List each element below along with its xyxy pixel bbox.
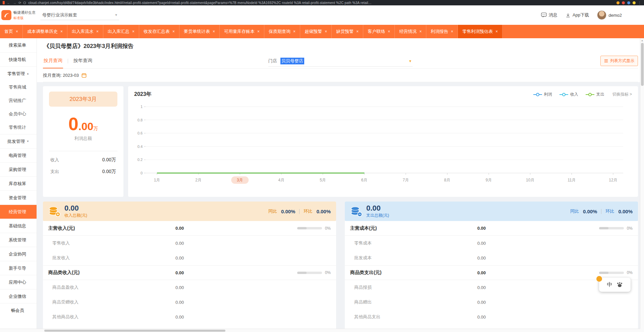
period-badge: 2023年3月: [49, 92, 117, 107]
progress-bar: [599, 272, 624, 274]
tab-close-icon[interactable]: ×: [213, 29, 215, 34]
income-total-text: 0.00 收入总额(元): [64, 204, 87, 218]
tab-close-icon[interactable]: ×: [495, 29, 498, 34]
sidebar-item[interactable]: 基础信息: [0, 219, 37, 233]
sidebar-item-label: 畅会员: [11, 308, 24, 314]
sidebar-item[interactable]: 营销推广: [0, 94, 37, 107]
sidebar-item[interactable]: 库存核算: [0, 176, 37, 190]
profit-summary-card: 2023年3月 0.00万 利润总额 收入 0.00万: [43, 86, 123, 197]
vertical-scrollbar-thumb[interactable]: [641, 43, 644, 86]
forward-icon[interactable]: →: [13, 1, 16, 5]
tab[interactable]: 缺货预警 ×: [332, 25, 363, 38]
tab-close-icon[interactable]: ×: [257, 29, 260, 34]
tab-close-icon[interactable]: ×: [419, 29, 422, 34]
sidebar-item[interactable]: 电商管理: [0, 148, 37, 162]
sidebar-item[interactable]: 快捷导航: [0, 52, 37, 66]
calendar-icon[interactable]: [82, 73, 87, 78]
tab-close-icon[interactable]: ×: [293, 29, 296, 34]
back-icon[interactable]: ←: [7, 1, 10, 5]
tab-close-icon[interactable]: ×: [325, 29, 327, 34]
sidebar-item[interactable]: 零售管理 ▲: [0, 66, 37, 80]
extension-icon[interactable]: [616, 1, 620, 4]
sidebar-item[interactable]: 企业微信: [0, 289, 37, 303]
tab-query-by-month[interactable]: 按月查询: [43, 53, 63, 68]
tab-query-by-year[interactable]: 按年查询: [73, 53, 93, 68]
user-menu[interactable]: demo2: [597, 10, 622, 20]
tab[interactable]: 保质期查询 ×: [264, 25, 300, 38]
tab-close-icon[interactable]: ×: [132, 29, 135, 34]
page-title: 《贝贝母婴店》2023年3月利润报告: [43, 38, 638, 53]
profile-icon[interactable]: [633, 1, 636, 4]
tab[interactable]: 经营情况 ×: [395, 25, 426, 38]
svg-text:9月: 9月: [486, 178, 492, 182]
tab[interactable]: 首页 ×: [0, 25, 23, 38]
tab[interactable]: 零售利润预估表 ×: [458, 25, 502, 38]
address-bar[interactable]: cloud.chanjet.com/hsy/d48d/74daqxh/IdIe3…: [28, 1, 614, 5]
divider: [601, 209, 601, 214]
ime-language-indicator[interactable]: 中: [607, 281, 612, 288]
store-select-value[interactable]: 贝贝母婴店: [280, 58, 304, 64]
sidebar-item[interactable]: 新手引导: [0, 261, 37, 275]
legend-marker-icon: [533, 94, 542, 95]
tab[interactable]: 收发存汇总表 ×: [139, 25, 179, 38]
sidebar-item[interactable]: 资金管理: [0, 190, 37, 205]
sidebar-item[interactable]: 采购管理: [0, 162, 37, 176]
profit-total-value: 0.00万: [49, 115, 117, 133]
tab-close-icon[interactable]: ×: [388, 29, 390, 34]
extension-icon[interactable]: [627, 1, 630, 4]
sidebar-item[interactable]: 企业协同: [0, 247, 37, 261]
horizontal-scrollbar[interactable]: [0, 329, 640, 332]
tab[interactable]: 客户联络 ×: [363, 25, 395, 38]
legend-item[interactable]: 利润: [533, 92, 552, 97]
svg-text:0.4: 0.4: [138, 145, 143, 149]
tab[interactable]: 要货单统计表 ×: [179, 25, 220, 38]
tab-close-icon[interactable]: ×: [356, 29, 359, 34]
sidebar-item-label: 批发管理: [7, 139, 25, 145]
sidebar-item[interactable]: 零售商城: [0, 80, 37, 94]
yoy-value: 0.00%: [281, 209, 296, 214]
svg-text:1: 1: [141, 105, 143, 109]
legend-item[interactable]: 收入: [559, 92, 578, 97]
sidebar-item[interactable]: 应用中心: [0, 275, 37, 289]
site-security-icon[interactable]: [23, 2, 26, 4]
legend-item[interactable]: 支出: [586, 92, 604, 97]
ime-toolbar[interactable]: 中: [599, 278, 631, 292]
tab-close-icon[interactable]: ×: [451, 29, 453, 34]
scroll-up-icon[interactable]: ▲: [640, 38, 644, 42]
extension-icon[interactable]: [622, 1, 625, 4]
sidebar-item[interactable]: 零售统计: [0, 121, 37, 134]
tab-close-icon[interactable]: ×: [16, 29, 18, 34]
tab[interactable]: 成本调整单历史 ×: [23, 25, 67, 38]
browser-menu-icon[interactable]: ⋮: [638, 1, 641, 5]
avatar[interactable]: [597, 10, 606, 20]
refresh-icon[interactable]: ⟳: [18, 1, 21, 5]
messages-button[interactable]: 消息: [541, 12, 557, 18]
tab[interactable]: 可用量库存账本 ×: [220, 25, 264, 38]
switch-metric-link[interactable]: 切换指标 >: [612, 92, 632, 97]
horizontal-scrollbar-thumb[interactable]: [44, 330, 225, 332]
tab[interactable]: 出入库汇总 ×: [103, 25, 139, 38]
tab[interactable]: 超储预警 ×: [300, 25, 332, 38]
store-select[interactable]: 门店 贝贝母婴店 ▾: [268, 55, 413, 67]
yoy-label: 同比: [268, 208, 277, 214]
date-query-value[interactable]: 按月查询: 2023-03: [43, 72, 79, 78]
list-display-button[interactable]: 列表方式显示: [600, 56, 638, 66]
sidebar-item[interactable]: 经营管理: [0, 205, 37, 219]
sidebar-item[interactable]: 搜索菜单: [0, 38, 37, 52]
sidebar-item[interactable]: 系统管理: [0, 233, 37, 247]
tab-close-icon[interactable]: ×: [96, 29, 99, 34]
tab-close-icon[interactable]: ×: [60, 29, 63, 34]
ime-paw-icon[interactable]: [616, 282, 623, 288]
account-set-select[interactable]: 母婴行业演示账套 ▾: [40, 10, 119, 20]
chevron-down-icon[interactable]: ▾: [409, 59, 413, 63]
sidebar-item[interactable]: 畅会员: [0, 303, 37, 317]
app-download-button[interactable]: App下载: [566, 12, 589, 18]
sidebar-item[interactable]: 会员中心: [0, 107, 37, 121]
svg-text:6月: 6月: [361, 178, 368, 182]
vertical-scrollbar[interactable]: ▲: [640, 38, 644, 329]
sidebar-item[interactable]: 批发管理 ▼: [0, 134, 37, 148]
tab[interactable]: 出入库流水 ×: [67, 25, 103, 38]
table-row: 主营收入(元) 0.00 0%: [43, 221, 336, 236]
tab[interactable]: 利润报告 ×: [426, 25, 458, 38]
tab-close-icon[interactable]: ×: [172, 29, 175, 34]
